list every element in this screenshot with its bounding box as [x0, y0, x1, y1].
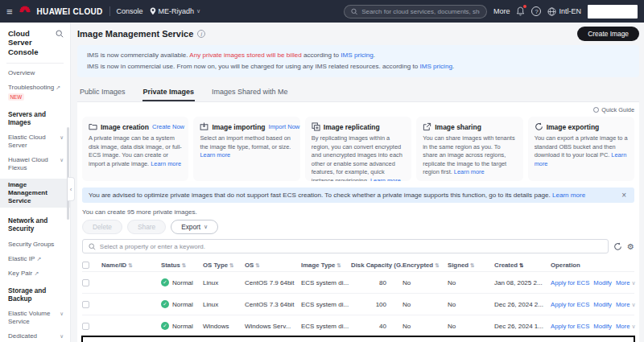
card-image-exporting: Image exporting You can export a private…: [528, 117, 634, 181]
help-icon[interactable]: ?: [531, 6, 541, 16]
sort-icon[interactable]: ⇅: [182, 262, 186, 269]
huawei-logo[interactable]: [19, 6, 31, 17]
status-badge: ✓Normal: [161, 278, 203, 286]
export-button[interactable]: Export ∨: [171, 220, 218, 234]
tab-images-shared-with-me[interactable]: Images Shared with Me: [211, 84, 289, 101]
row-checkbox[interactable]: [82, 279, 89, 286]
modify-link[interactable]: Modify: [593, 279, 612, 286]
sidebar-item-security-groups[interactable]: Security Groups: [8, 241, 64, 249]
refresh-icon[interactable]: [613, 242, 622, 251]
status-ok-icon: ✓: [161, 322, 169, 330]
sort-icon[interactable]: ⇅: [435, 262, 439, 269]
apply-for-ecs-link[interactable]: Apply for ECS: [551, 301, 589, 308]
region-label: ME-Riyadh: [159, 7, 195, 15]
quick-guide-icon: [593, 107, 599, 113]
learn-more-link[interactable]: Learn more: [151, 160, 181, 167]
more-menu[interactable]: More: [493, 7, 510, 15]
disk-capacity: 80: [351, 279, 402, 286]
more-link[interactable]: More ∨: [616, 323, 636, 330]
table-row: ✓Normal Linux CentOS 7.9 64bit ECS syste…: [82, 271, 634, 293]
os-type: Windows: [203, 323, 245, 330]
col-image-type[interactable]: Image Type⇅: [301, 262, 351, 269]
sort-icon[interactable]: ⇅: [519, 262, 523, 269]
ims-pricing-link[interactable]: IMS pricing: [419, 63, 452, 70]
modify-link[interactable]: Modify: [593, 301, 612, 308]
sidebar-item-elastic-volume-service[interactable]: Elastic Volume Service ∨: [8, 310, 64, 326]
learn-more-link[interactable]: Learn more: [552, 192, 585, 199]
sidebar-item-elastic-cloud-server[interactable]: Elastic Cloud Server ∨: [8, 134, 64, 150]
sort-icon[interactable]: ⇅: [470, 262, 474, 269]
card-image-sharing: Image sharing You can share images with …: [416, 117, 522, 181]
apply-for-ecs-link[interactable]: Apply for ECS: [551, 279, 589, 286]
os: CentOS 7.9 64bit: [245, 279, 301, 286]
create-image-button[interactable]: Create Image: [577, 27, 639, 41]
import-now-link[interactable]: Import Now: [269, 123, 300, 130]
share-button[interactable]: Share: [127, 220, 166, 234]
learn-more-link[interactable]: Learn more: [370, 177, 401, 181]
sidebar-item-image-management-service[interactable]: Image Management Service: [0, 179, 70, 208]
region-selector[interactable]: ME-Riyadh ∨: [150, 7, 201, 15]
col-os-type[interactable]: OS Type⇅: [203, 262, 245, 269]
gear-icon[interactable]: ⚙: [627, 242, 634, 251]
filter-search-input[interactable]: [100, 243, 602, 250]
col-os[interactable]: OS⇅: [245, 262, 301, 269]
more-link[interactable]: More ∨: [616, 301, 636, 308]
delete-button[interactable]: Delete: [82, 220, 122, 234]
image-type: ECS system di...: [301, 279, 351, 286]
sidebar-item-dedicated-distributed-storage-service[interactable]: Dedicated Distributed Storage Service ∨: [8, 332, 64, 342]
sidebar-item-elastic-ip[interactable]: Elastic IP ↗: [8, 255, 64, 263]
more-link[interactable]: More ∨: [616, 279, 636, 286]
notifications-bell-icon[interactable]: [516, 6, 525, 16]
sidebar-item-overview[interactable]: Overview: [8, 69, 64, 77]
learn-more-link[interactable]: Learn more: [454, 168, 485, 175]
sort-icon[interactable]: ⇅: [336, 262, 341, 269]
sidebar-item-huawei-cloud-flexus[interactable]: Huawei Cloud Flexus ∨: [8, 156, 64, 172]
select-all-checkbox[interactable]: [82, 262, 89, 269]
chevron-down-icon: ∨: [204, 224, 208, 230]
row-checkbox[interactable]: [82, 301, 89, 308]
hamburger-menu-icon[interactable]: ≡: [6, 6, 13, 17]
sidebar-section-storage-and-backup: Storage and Backup: [8, 287, 64, 304]
sidebar-search-icon[interactable]: [56, 30, 64, 38]
quick-guide-cards: Image creation Create Now A private imag…: [82, 117, 634, 181]
col-status[interactable]: Status⇅: [161, 262, 203, 269]
quick-guide-link[interactable]: Quick Guide: [82, 105, 634, 114]
tab-public-images[interactable]: Public Images: [79, 84, 126, 101]
chevron-down-icon: ∨: [632, 323, 636, 329]
col-disk-capacity[interactable]: Disk Capacity (G...⇅: [351, 262, 402, 269]
sidebar-collapse-handle[interactable]: ‹: [68, 177, 75, 201]
global-search[interactable]: [344, 5, 487, 19]
tab-private-images[interactable]: Private Images: [142, 84, 196, 101]
learn-more-link[interactable]: Learn more: [200, 151, 230, 159]
location-pin-icon: [150, 7, 156, 15]
sidebar-divider: [6, 63, 64, 64]
disk-capacity: 40: [351, 323, 402, 330]
filter-search[interactable]: [82, 239, 609, 253]
sidebar-scrollbar[interactable]: [67, 127, 69, 220]
info-icon[interactable]: i: [197, 30, 205, 38]
ims-pricing-link[interactable]: IMS pricing: [341, 52, 373, 59]
external-link-icon: ↗: [56, 84, 60, 90]
col-name-id[interactable]: Name/ID⇅: [101, 262, 161, 269]
apply-for-ecs-link[interactable]: Apply for ECS: [551, 323, 589, 330]
language-selector[interactable]: Intl-EN: [547, 7, 581, 16]
global-search-input[interactable]: [361, 8, 480, 15]
table-row: ✓Normal Windows Windows Serv... ECS syst…: [82, 315, 634, 336]
sidebar-item-troubleshooting[interactable]: Troubleshooting ↗ NEW: [8, 84, 64, 101]
status-ok-icon: ✓: [161, 278, 169, 286]
sort-icon[interactable]: ⇅: [128, 262, 132, 269]
sort-icon[interactable]: ⇅: [229, 262, 233, 269]
col-encrypted[interactable]: Encrypted⇅: [402, 262, 448, 269]
chevron-down-icon: ∨: [632, 302, 636, 307]
col-created[interactable]: Created⇅: [494, 262, 551, 269]
sort-icon[interactable]: ⇅: [255, 262, 259, 269]
modify-link[interactable]: Modify: [593, 323, 612, 330]
console-link[interactable]: Console: [117, 7, 143, 15]
close-icon[interactable]: ×: [620, 191, 628, 200]
create-now-link[interactable]: Create Now: [152, 123, 184, 130]
chevron-down-icon: ∨: [60, 333, 64, 340]
col-signed[interactable]: Signed⇅: [448, 262, 494, 269]
sidebar-item-key-pair[interactable]: Key Pair ↗: [8, 270, 64, 278]
row-checkbox[interactable]: [82, 323, 89, 330]
language-label: Intl-EN: [559, 7, 581, 15]
